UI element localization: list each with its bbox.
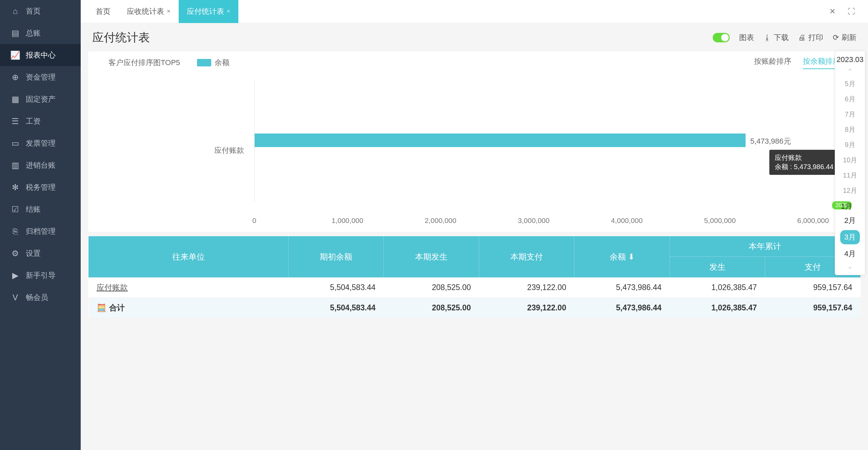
total-opening: 5,504,583.44 [289,298,384,318]
chart-title: 客户应付排序图TOP5 [108,58,180,68]
sales-icon: ▥ [11,161,20,170]
sidebar-item-label: 首页 [26,6,70,16]
sidebar-item-vip[interactable]: V畅会员 [0,286,81,308]
tab-label: 首页 [96,6,111,17]
sidebar-item-tax[interactable]: ✻税务管理 [0,176,81,198]
sidebar-item-archive[interactable]: ⎘归档管理 [0,220,81,242]
salary-icon: ☰ [11,117,20,126]
sort-by-age-tab[interactable]: 按账龄排序 [754,56,791,69]
chart-bar-label: 5,473,986元 [750,136,791,146]
cell-ytd-occur: 1,026,385.47 [670,278,765,298]
close-all-button[interactable]: ✕ [826,5,839,18]
sidebar-item-label: 工资 [26,116,70,126]
month-item-selected[interactable]: 3月 [840,230,860,244]
sidebar-item-close[interactable]: ☑结账 [0,198,81,220]
chart-x-axis: 0 1,000,000 2,000,000 3,000,000 4,000,00… [254,214,813,215]
total-balance: 5,473,986.44 [574,298,670,318]
chart-toggle[interactable] [713,33,730,42]
chart-bar[interactable] [255,134,746,147]
sidebar: ⌂首页 ▤总账 📈报表中心 ⊕资金管理 ▦固定资产 ☰工资 ▭发票管理 ▥进销台… [0,0,81,450]
x-tick: 2,000,000 [425,217,456,225]
sidebar-item-settings[interactable]: ⚙设置 [0,242,81,264]
print-icon: 🖨 [798,33,806,42]
chart-y-category: 应付账款 [183,145,244,156]
print-label: 打印 [808,33,823,43]
tab-label: 应付统计表 [187,6,224,17]
vip-icon: V [11,293,20,302]
month-item[interactable]: 5月 [835,76,865,91]
current-period: 2023.03 [836,55,864,64]
month-item[interactable]: 1月 [832,201,862,211]
month-item[interactable]: 8月 [835,122,865,137]
row-unit-link[interactable]: 应付账款 [97,283,128,292]
scroll-up-icon[interactable]: ⌃ [847,67,853,76]
download-button[interactable]: ⭳下载 [764,33,789,43]
month-item[interactable]: 6月 [835,91,865,107]
cell-occur: 208,525.00 [384,278,479,298]
x-tick: 5,000,000 [704,217,736,225]
close-icon[interactable]: × [167,8,171,15]
calculator-icon: 🧮 [97,303,106,312]
page-title: 应付统计表 [92,30,150,45]
month-item[interactable]: 11月 [835,168,865,183]
sidebar-item-home[interactable]: ⌂首页 [0,0,81,22]
sidebar-item-label: 新手引导 [26,270,70,281]
x-tick: 1,000,000 [332,217,363,225]
table-total-row: 🧮合计 5,504,583.44 208,525.00 239,122.00 5… [88,298,861,318]
x-tick: 3,000,000 [518,217,549,225]
refresh-button[interactable]: ⟳刷新 [833,33,856,43]
sidebar-item-label: 归档管理 [26,226,70,237]
chart-toggle-label: 图表 [739,33,754,43]
th-occur: 本期发生 [384,236,479,278]
fullscreen-button[interactable]: ⛶ [845,5,858,18]
table-row[interactable]: 应付账款 5,504,583.44 208,525.00 239,122.00 … [88,278,861,298]
sidebar-item-fund[interactable]: ⊕资金管理 [0,66,81,88]
tab-bar: 首页 应收统计表× 应付统计表× ✕ ⛶ [81,0,868,23]
scroll-down-icon[interactable]: ⌄ [847,262,853,271]
th-paid: 本期支付 [479,236,574,278]
x-tick: 0 [252,217,256,225]
th-opening: 期初余额 [289,236,384,278]
tab-receivable[interactable]: 应收统计表× [119,0,179,23]
tab-home[interactable]: 首页 [87,0,119,23]
sidebar-item-report[interactable]: 📈报表中心 [0,44,81,66]
th-unit: 往来单位 [88,236,289,278]
print-button[interactable]: 🖨打印 [798,33,823,43]
data-table: 往来单位 期初余额 本期发生 本期支付 余额⬇ 本年累计 发生 支付 应付账款 [88,236,861,318]
month-item[interactable]: 10月 [835,152,865,168]
home-icon: ⌂ [11,7,20,16]
sidebar-item-salary[interactable]: ☰工资 [0,110,81,132]
refresh-label: 刷新 [842,33,856,43]
month-item[interactable]: 7月 [835,107,865,122]
sidebar-item-guide[interactable]: ▶新手引导 [0,264,81,286]
sidebar-item-asset[interactable]: ▦固定资产 [0,88,81,110]
page-header: 应付统计表 图表 ⭳下载 🖨打印 ⟳刷新 [81,23,868,52]
report-icon: 📈 [11,51,20,60]
sidebar-item-invoice[interactable]: ▭发票管理 [0,132,81,154]
total-paid: 239,122.00 [479,298,574,318]
month-item[interactable]: 4月 [835,246,865,262]
total-ytd-paid: 959,157.64 [765,298,860,318]
sidebar-item-label: 进销台账 [26,160,70,170]
sidebar-item-label: 固定资产 [26,94,70,104]
sidebar-item-label: 设置 [26,248,70,259]
close-icon[interactable]: × [227,8,231,15]
month-item[interactable]: 9月 [835,137,865,152]
month-item[interactable]: 12月 [835,183,865,198]
x-tick: 4,000,000 [611,217,643,225]
x-tick: 6,000,000 [797,217,829,225]
month-item[interactable]: 2月 [835,212,865,229]
sidebar-item-ledger[interactable]: ▤总账 [0,22,81,44]
sidebar-item-sales[interactable]: ▥进销台账 [0,154,81,176]
sidebar-item-label: 报表中心 [26,50,70,60]
sidebar-item-label: 发票管理 [26,138,70,148]
th-ytd-occur: 发生 [670,257,765,278]
cell-ytd-paid: 959,157.64 [765,278,860,298]
refresh-icon: ⟳ [833,33,839,42]
archive-icon: ⎘ [11,227,20,236]
tab-payable[interactable]: 应付统计表× [179,0,239,23]
tab-label: 应收统计表 [127,6,164,17]
invoice-icon: ▭ [11,139,20,148]
th-balance[interactable]: 余额⬇ [574,236,670,278]
tax-icon: ✻ [11,183,20,192]
